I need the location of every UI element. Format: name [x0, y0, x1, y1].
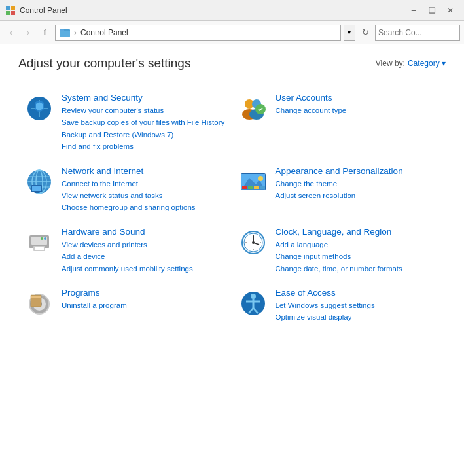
appearance-icon [238, 166, 269, 197]
hardware-sound-link-1[interactable]: Add a device [62, 250, 227, 262]
title-bar-left: Control Panel [5, 5, 67, 16]
svg-rect-52 [31, 296, 41, 298]
svg-rect-1 [11, 6, 15, 10]
system-security-link-0[interactable]: Review your computer's status [62, 105, 227, 116]
view-by-dropdown[interactable]: Category ▾ [408, 59, 446, 68]
ease-of-access-title[interactable]: Ease of Access [276, 288, 441, 298]
title-bar: Control Panel – ❑ ✕ [0, 0, 464, 21]
category-programs: Programs Uninstall a program [18, 281, 232, 330]
network-internet-link-1[interactable]: View network status and tasks [62, 190, 227, 201]
category-clock-language: Clock, Language, and Region Add a langua… [232, 220, 446, 281]
up-button[interactable]: ⇧ [38, 26, 52, 40]
view-by-control: View by: Category ▾ [376, 59, 446, 68]
page-header: Adjust your computer's settings View by:… [18, 56, 446, 71]
page-title: Adjust your computer's settings [18, 56, 190, 71]
programs-title[interactable]: Programs [62, 288, 227, 298]
ease-of-access-link-0[interactable]: Let Windows suggest settings [276, 299, 441, 311]
refresh-button[interactable]: ↻ [358, 26, 372, 40]
category-network-internet: Network and Internet Connect to the Inte… [18, 160, 232, 220]
hardware-sound-content: Hardware and Sound View devices and prin… [62, 227, 227, 275]
programs-icon [24, 288, 55, 319]
search-input[interactable] [376, 28, 464, 37]
address-text: Control Panel [80, 28, 128, 37]
minimize-button[interactable]: – [405, 3, 422, 18]
system-security-content: System and Security Review your computer… [62, 93, 227, 153]
window-title: Control Panel [20, 6, 67, 15]
svg-rect-0 [6, 6, 10, 10]
network-internet-icon [24, 166, 55, 197]
network-internet-content: Network and Internet Connect to the Inte… [62, 166, 227, 214]
svg-rect-2 [6, 11, 10, 15]
system-security-title[interactable]: System and Security [62, 93, 227, 103]
clock-language-title[interactable]: Clock, Language, and Region [276, 227, 441, 237]
svg-rect-3 [11, 11, 15, 15]
category-appearance: Appearance and Personalization Change th… [232, 160, 446, 220]
window-controls: – ❑ ✕ [405, 3, 459, 18]
appearance-link-0[interactable]: Change the theme [276, 178, 441, 190]
address-field[interactable]: › Control Panel [55, 25, 341, 41]
network-internet-title[interactable]: Network and Internet [62, 166, 227, 176]
svg-rect-28 [254, 186, 259, 189]
hardware-sound-link-2[interactable]: Adjust commonly used mobility settings [62, 263, 227, 275]
hardware-sound-title[interactable]: Hardware and Sound [62, 227, 227, 237]
user-accounts-icon [238, 93, 269, 124]
svg-rect-21 [35, 192, 39, 193]
svg-rect-33 [35, 247, 44, 250]
categories-grid: System and Security Review your computer… [18, 86, 446, 330]
clock-language-icon [238, 227, 269, 258]
svg-point-25 [258, 176, 263, 181]
appearance-title[interactable]: Appearance and Personalization [276, 166, 441, 176]
network-internet-link-0[interactable]: Connect to the Internet [62, 178, 227, 190]
ease-of-access-link-1[interactable]: Optimize visual display [276, 311, 441, 323]
svg-rect-20 [32, 186, 41, 191]
user-accounts-content: User Accounts Change account type [276, 93, 441, 116]
hardware-sound-icon [24, 227, 55, 258]
system-security-link-3[interactable]: Find and fix problems [62, 141, 227, 152]
view-by-value: Category [408, 59, 440, 68]
programs-link-0[interactable]: Uninstall a program [62, 299, 227, 311]
category-user-accounts: User Accounts Change account type [232, 86, 446, 160]
network-internet-link-2[interactable]: Choose homegroup and sharing options [62, 201, 227, 213]
category-system-security: System and Security Review your computer… [18, 86, 232, 160]
address-dropdown[interactable]: ▾ [344, 25, 355, 41]
main-content: Adjust your computer's settings View by:… [0, 44, 464, 342]
category-ease-of-access: Ease of Access Let Windows suggest setti… [232, 281, 446, 330]
clock-language-content: Clock, Language, and Region Add a langua… [276, 227, 441, 275]
svg-rect-29 [260, 186, 265, 189]
back-button[interactable]: ‹ [4, 26, 18, 40]
svg-rect-27 [248, 186, 253, 189]
address-separator: › [74, 28, 77, 37]
system-security-link-1[interactable]: Save backup copies of your files with Fi… [62, 116, 227, 128]
user-accounts-link-0[interactable]: Change account type [276, 105, 441, 116]
view-by-label: View by: [376, 59, 405, 68]
ease-of-access-icon [238, 288, 269, 319]
system-security-icon [24, 93, 55, 124]
appearance-content: Appearance and Personalization Change th… [276, 166, 441, 202]
hardware-sound-link-0[interactable]: View devices and printers [62, 239, 227, 250]
svg-rect-6 [60, 31, 70, 37]
programs-content: Programs Uninstall a program [62, 288, 227, 311]
svg-point-34 [44, 237, 46, 240]
close-button[interactable]: ✕ [442, 3, 459, 18]
restore-button[interactable]: ❑ [423, 3, 440, 18]
forward-button[interactable]: › [21, 26, 35, 40]
address-bar: ‹ › ⇧ › Control Panel ▾ ↻ 🔍 [0, 21, 464, 44]
category-hardware-sound: Hardware and Sound View devices and prin… [18, 220, 232, 281]
system-security-link-2[interactable]: Backup and Restore (Windows 7) [62, 129, 227, 141]
svg-point-35 [41, 237, 43, 240]
address-folder-icon [60, 27, 70, 38]
svg-point-54 [251, 294, 256, 299]
clock-language-link-2[interactable]: Change date, time, or number formats [276, 263, 441, 275]
clock-language-link-1[interactable]: Change input methods [276, 250, 441, 262]
search-box[interactable]: 🔍 [375, 25, 460, 41]
appearance-link-1[interactable]: Adjust screen resolution [276, 190, 441, 201]
ease-of-access-content: Ease of Access Let Windows suggest setti… [276, 288, 441, 324]
svg-rect-26 [242, 186, 247, 189]
svg-point-41 [252, 241, 255, 244]
clock-language-link-0[interactable]: Add a language [276, 239, 441, 250]
titlebar-icon [5, 5, 16, 16]
user-accounts-title[interactable]: User Accounts [276, 93, 441, 103]
